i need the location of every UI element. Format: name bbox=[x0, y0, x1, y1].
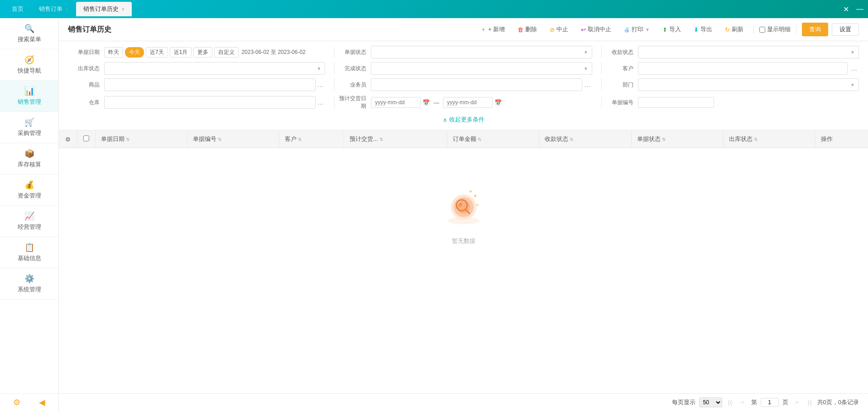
th-amount[interactable]: 订单金额 ⇅ bbox=[447, 131, 539, 148]
th-stock-status-label: 出库状态 bbox=[729, 135, 753, 143]
display-toggle[interactable]: 显示明细 bbox=[759, 25, 791, 34]
sidebar-item-system[interactable]: ⚙️ 系统管理 bbox=[0, 268, 58, 300]
new-button[interactable]: ＋ + 新增 bbox=[476, 24, 509, 35]
date-today-btn[interactable]: 今天 bbox=[125, 47, 144, 58]
tab-sales-order[interactable]: 销售订单 × bbox=[32, 2, 75, 16]
next-page-btn[interactable]: ＞ bbox=[792, 397, 802, 407]
table-header-row: ⚙ 单据日期 ⇅ 单据编号 bbox=[59, 131, 868, 148]
filter-row-1: 单据日期 昨天 今天 近7天 近1月 更多 自定义 2023-06-02 至 2… bbox=[68, 46, 859, 58]
status-select[interactable]: ▼ bbox=[371, 46, 592, 58]
refresh-label: 刷新 bbox=[732, 25, 743, 34]
customer-select[interactable] bbox=[638, 62, 848, 75]
warehouse-select[interactable] bbox=[104, 96, 316, 109]
th-doc-status-label: 单据状态 bbox=[637, 135, 661, 143]
sidebar-settings-icon[interactable]: ⚙ bbox=[13, 397, 20, 407]
th-check[interactable] bbox=[77, 131, 95, 148]
payment-select[interactable]: ▼ bbox=[638, 46, 859, 58]
toolbar: ＋ + 新增 🗑 删除 ⊘ 中止 ↩ 取消中止 🖨 打印 bbox=[476, 23, 859, 36]
tab-home[interactable]: 首页 bbox=[5, 2, 31, 16]
goods-select[interactable] bbox=[104, 78, 316, 91]
payment-label: 收款状态 bbox=[602, 48, 638, 56]
date-range-display: 2023-06-02 至 2023-06-02 bbox=[241, 48, 305, 56]
th-delivery-sort-icon: ⇅ bbox=[379, 137, 383, 142]
date-1month-btn[interactable]: 近1月 bbox=[170, 47, 192, 58]
calendar-to-icon[interactable]: 📅 bbox=[494, 99, 502, 106]
minimize-btn[interactable]: — bbox=[856, 5, 863, 13]
th-date-sort-icon: ⇅ bbox=[126, 137, 129, 142]
refresh-icon: ↻ bbox=[725, 26, 730, 33]
select-all-checkbox[interactable] bbox=[83, 135, 89, 141]
tab-sales-order-history-close[interactable]: × bbox=[121, 6, 124, 12]
sidebar-item-basic-info[interactable]: 📋 基础信息 bbox=[0, 237, 58, 268]
sidebar-item-finance[interactable]: 💰 资金管理 bbox=[0, 174, 58, 206]
warehouse-dots-btn[interactable]: ... bbox=[316, 98, 325, 106]
first-page-btn[interactable]: ⟨⟨ bbox=[726, 398, 734, 407]
tab-bar: 首页 销售订单 × 销售订单历史 × bbox=[5, 2, 843, 16]
date-label: 单据日期 bbox=[68, 48, 104, 56]
stop-icon: ⊘ bbox=[550, 26, 555, 33]
complete-label: 完成状态 bbox=[335, 65, 371, 73]
th-stock-status[interactable]: 出库状态 ⇅ bbox=[723, 131, 815, 148]
th-num[interactable]: 单据编号 ⇅ bbox=[187, 131, 279, 148]
date-more-btn[interactable]: 更多 bbox=[193, 47, 212, 58]
th-doc-status[interactable]: 单据状态 ⇅ bbox=[631, 131, 723, 148]
delivery-date-from-input[interactable] bbox=[371, 97, 421, 108]
goods-dots-btn[interactable]: ... bbox=[316, 81, 325, 89]
cancel-stop-button[interactable]: ↩ 取消中止 bbox=[576, 24, 616, 35]
last-page-btn[interactable]: ⟩⟩ bbox=[806, 398, 814, 407]
th-customer[interactable]: 客户 ⇅ bbox=[279, 131, 344, 148]
filter-row-3: 商品 ... 业务员 ... 部门 bbox=[68, 78, 859, 91]
sidebar-collapse-icon[interactable]: ◀ bbox=[39, 397, 45, 407]
dept-select[interactable]: ▼ bbox=[638, 78, 859, 91]
sidebar-item-operations[interactable]: 📈 经营管理 bbox=[0, 206, 58, 237]
date-7days-btn[interactable]: 近7天 bbox=[146, 47, 168, 58]
table-footer: 每页显示 50 10 20 100 ⟨⟨ ＜ 第 页 ＞ ⟩⟩ 共0页，0条记录 bbox=[59, 393, 868, 411]
salesman-dots-btn[interactable]: ... bbox=[582, 81, 592, 89]
sidebar-item-inventory-label: 库存核算 bbox=[18, 160, 41, 169]
th-settings[interactable]: ⚙ bbox=[59, 131, 77, 148]
delete-button[interactable]: 🗑 删除 bbox=[513, 24, 542, 35]
date-custom-btn[interactable]: 自定义 bbox=[214, 47, 239, 58]
stock-out-label: 出库状态 bbox=[68, 65, 104, 73]
date-yesterday-btn[interactable]: 昨天 bbox=[104, 47, 123, 58]
collapse-more-btn[interactable]: ∧ 收起更多条件 bbox=[68, 114, 859, 126]
close-window-btn[interactable]: ✕ bbox=[843, 5, 849, 14]
calendar-from-icon[interactable]: 📅 bbox=[422, 99, 430, 106]
dept-arrow-icon: ▼ bbox=[850, 82, 855, 87]
query-button[interactable]: 查询 bbox=[802, 23, 828, 36]
delivery-date-to-input[interactable] bbox=[443, 97, 493, 108]
page-size-select[interactable]: 50 10 20 100 bbox=[699, 397, 722, 407]
stop-button[interactable]: ⊘ 中止 bbox=[545, 24, 573, 35]
page-title: 销售订单历史 bbox=[68, 25, 111, 34]
tab-sales-order-close[interactable]: × bbox=[65, 6, 68, 12]
settings-button[interactable]: 设置 bbox=[832, 23, 859, 36]
th-action: 操作 bbox=[815, 131, 868, 148]
import-button[interactable]: ⬆ 导入 bbox=[658, 24, 686, 35]
topbar-right: ✕ — bbox=[843, 5, 863, 14]
sidebar-item-inventory[interactable]: 📦 库存核算 bbox=[0, 143, 58, 174]
tab-sales-order-history[interactable]: 销售订单历史 × bbox=[76, 2, 131, 16]
prev-page-btn[interactable]: ＜ bbox=[738, 397, 748, 407]
print-button[interactable]: 🖨 打印 ▼ bbox=[619, 24, 654, 35]
page-number-input[interactable] bbox=[761, 398, 779, 407]
order-num-input[interactable] bbox=[638, 97, 714, 108]
stock-out-select[interactable]: ▼ bbox=[104, 62, 325, 75]
refresh-button[interactable]: ↻ 刷新 bbox=[720, 24, 748, 35]
sidebar-item-purchase[interactable]: 🛒 采购管理 bbox=[0, 112, 58, 143]
th-date[interactable]: 单据日期 ⇅ bbox=[95, 131, 187, 148]
filter-row-2: 出库状态 ▼ 完成状态 ▼ 客户 bbox=[68, 62, 859, 75]
th-payment-status[interactable]: 收款状态 ⇅ bbox=[539, 131, 631, 148]
th-amount-label: 订单金额 bbox=[453, 135, 476, 143]
sidebar-item-sales[interactable]: 📊 销售管理 bbox=[0, 81, 58, 112]
export-button[interactable]: ⬇ 导出 bbox=[689, 24, 717, 35]
salesman-select[interactable] bbox=[371, 78, 582, 91]
sidebar-item-quick-nav[interactable]: 🧭 快捷导航 bbox=[0, 49, 58, 81]
complete-select[interactable]: ▼ bbox=[371, 62, 592, 75]
data-table: ⚙ 单据日期 ⇅ 单据编号 bbox=[59, 131, 868, 148]
sidebar-item-search[interactable]: 🔍 搜索菜单 bbox=[0, 18, 58, 49]
date-separator: — bbox=[432, 99, 441, 106]
customer-dots-btn[interactable]: ... bbox=[849, 64, 859, 73]
filter-row-4: 仓库 ... 预计交货日期 📅 — 📅 单据编号 bbox=[68, 95, 859, 110]
th-delivery[interactable]: 预计交货... ⇅ bbox=[344, 131, 447, 148]
display-toggle-checkbox[interactable] bbox=[759, 27, 765, 33]
